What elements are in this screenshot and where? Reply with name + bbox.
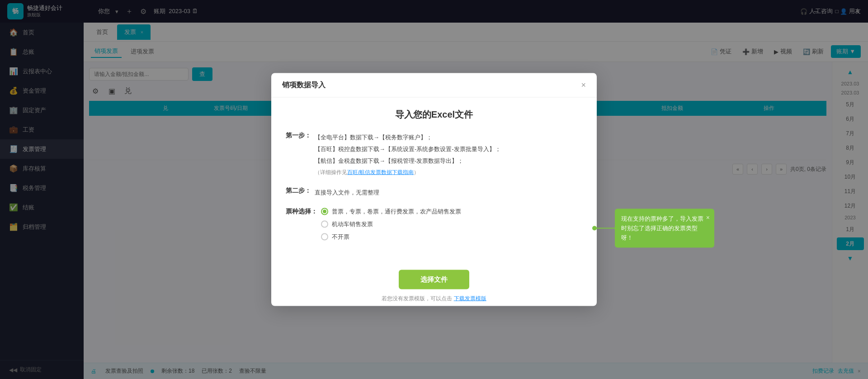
modal-body: 导入您的Excel文件 第一步： 【全电平台】数据下载→【税务数字账户】； 【百… — [271, 98, 597, 261]
step1-line1: 【全电平台】数据下载→【税务数字账户】； — [315, 132, 501, 143]
radio-circle-3[interactable] — [321, 233, 328, 241]
step1-line2: 【百旺】税控盘数据下载→【系统设置-系统参数设置-发票批量导入】； — [315, 143, 501, 155]
step1-content: 【全电平台】数据下载→【税务数字账户】； 【百旺】税控盘数据下载→【系统设置-系… — [311, 132, 501, 178]
radio-label-2: 机动车销售发票 — [332, 220, 373, 228]
step2-block: 第二步： 直接导入文件，无需整理 — [286, 187, 582, 199]
tooltip-container: × 现在支持的票种多了，导入发票时别忘了选择正确的发票类型呀！ — [592, 209, 714, 248]
tooltip-close-button[interactable]: × — [706, 213, 710, 223]
radio-circle-2[interactable] — [321, 221, 328, 228]
step2-label: 第二步： — [286, 187, 311, 195]
ticket-type-block: 票种选择： 普票，专票，卷票，通行费发票，农产品销售发票 机动车销售发票 不开票 — [286, 208, 582, 241]
tooltip-text: 现在支持的票种多了，导入发票时别忘了选择正确的发票类型呀！ — [621, 215, 703, 241]
ticket-type-label: 票种选择： — [286, 208, 317, 216]
step1-block: 第一步： 【全电平台】数据下载→【税务数字账户】； 【百旺】税控盘数据下载→【系… — [286, 132, 582, 178]
ticket-type-radio-group: 普票，专票，卷票，通行费发票，农产品销售发票 机动车销售发票 不开票 — [317, 208, 461, 241]
step1-line3: 【航信】金税盘数据下载→【报税管理-发票数据导出】； — [315, 155, 501, 167]
import-title: 导入您的Excel文件 — [286, 109, 582, 121]
tooltip-dot — [592, 226, 597, 231]
radio-item-1[interactable]: 普票，专票，卷票，通行费发票，农产品销售发票 — [321, 208, 461, 216]
modal-title: 销项数据导入 — [282, 81, 326, 90]
download-note: 若您没有发票模版，可以点击 下载发票模版 — [382, 295, 486, 303]
guide-link[interactable]: 百旺/航信发票数据下载指南 — [347, 169, 414, 175]
select-file-button[interactable]: 选择文件 — [399, 270, 469, 289]
radio-circle-1[interactable] — [321, 208, 328, 215]
step1-note: （详细操作见百旺/航信发票数据下载指南） — [315, 167, 501, 178]
download-template-link[interactable]: 下载发票模版 — [454, 295, 486, 302]
import-modal: 销项数据导入 × 导入您的Excel文件 第一步： 【全电平台】数据下载→【税务… — [271, 73, 597, 306]
radio-label-1: 普票，专票，卷票，通行费发票，农产品销售发票 — [332, 208, 461, 216]
step2-content: 直接导入文件，无需整理 — [311, 187, 379, 199]
step1-label: 第一步： — [286, 132, 311, 174]
modal-header: 销项数据导入 × — [271, 73, 597, 98]
tooltip-box: × 现在支持的票种多了，导入发票时别忘了选择正确的发票类型呀！ — [615, 209, 714, 248]
radio-label-3: 不开票 — [332, 233, 349, 241]
modal-close-button[interactable]: × — [581, 81, 586, 90]
radio-item-3[interactable]: 不开票 — [321, 233, 461, 241]
radio-item-2[interactable]: 机动车销售发票 — [321, 220, 461, 228]
modal-footer: 选择文件 若您没有发票模版，可以点击 下载发票模版 — [271, 261, 597, 306]
